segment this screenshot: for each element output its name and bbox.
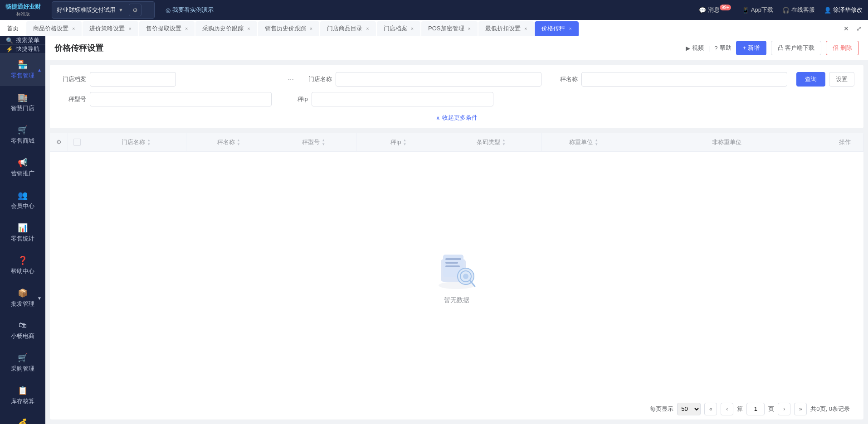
- tab-close-icon[interactable]: ×: [310, 26, 312, 31]
- th-scale-ip-label: 秤ip: [390, 138, 401, 146]
- query-button[interactable]: 查询: [796, 72, 825, 87]
- tab-home[interactable]: 首页: [0, 21, 25, 36]
- filter-scale-ip-input[interactable]: [312, 92, 493, 106]
- tab-close-icon[interactable]: ×: [72, 26, 75, 31]
- filter-scale-name-input[interactable]: [581, 72, 787, 87]
- sidebar-item-label: 营销推广: [11, 169, 34, 178]
- tab-close-icon[interactable]: ×: [247, 26, 250, 31]
- collapse-button[interactable]: ∧ 收起更多条件: [436, 114, 478, 122]
- top-bar-left: 畅捷通好业财 标准版 好业财标准版交付试用 ▼ ⚙ ◎ 我要看实例演示: [5, 1, 214, 19]
- demo-link[interactable]: ◎ 我要看实例演示: [166, 6, 214, 14]
- last-page-button[interactable]: »: [794, 403, 807, 415]
- sidebar-item-wholesale[interactable]: 📦 批发管理 ▼: [0, 282, 45, 314]
- sidebar-item-purchase[interactable]: 🛒 采购管理: [0, 347, 45, 379]
- filter-scale-model: 秤型号: [59, 92, 272, 106]
- filter-scale-ip: 秤ip: [281, 92, 493, 106]
- select-all-checkbox[interactable]: [73, 139, 81, 146]
- th-checkbox[interactable]: [68, 133, 86, 151]
- setting-button[interactable]: 设置: [829, 72, 854, 87]
- tab-close-icon[interactable]: ×: [128, 26, 131, 31]
- tab-store-catalog[interactable]: 门店商品目录 ×: [320, 21, 375, 36]
- sidebar-item-inventory[interactable]: 📋 库存核算: [0, 379, 45, 412]
- filter-scale-model-input[interactable]: [90, 92, 272, 106]
- th-scale-name[interactable]: 秤名称 ▲▼: [186, 133, 271, 151]
- th-store-name[interactable]: 门店名称 ▲▼: [86, 133, 186, 151]
- message-button[interactable]: 💬 消息 99+: [699, 6, 733, 14]
- per-page-select[interactable]: 50 10 20 100: [677, 403, 701, 415]
- add-button[interactable]: + 新增: [736, 41, 766, 55]
- download-button[interactable]: 凸 客户端下载: [771, 41, 822, 55]
- sidebar-item-retail-stats[interactable]: 📊 零售统计: [0, 217, 45, 249]
- service-label: 在线客服: [791, 6, 815, 14]
- user-menu-button[interactable]: 👤 徐泽华修改: [824, 6, 863, 14]
- delete-button[interactable]: 侣 删除: [826, 41, 859, 55]
- th-weight-unit[interactable]: 称重单位 ▲▼: [541, 133, 626, 151]
- page-title: 价格传秤设置: [54, 43, 103, 53]
- sidebar-item-finance[interactable]: 💰 资金管理: [0, 412, 45, 424]
- pagination: 每页显示 50 10 20 100 « ‹ 算 页 ›: [54, 398, 859, 419]
- tab-close-icon[interactable]: ×: [185, 26, 188, 31]
- tab-close-button[interactable]: ✕: [841, 23, 852, 34]
- tab-purchase-history[interactable]: 采购历史价跟踪 ×: [195, 21, 257, 36]
- tab-sale-price[interactable]: 售价提取设置 ×: [139, 21, 195, 36]
- sidebar-item-marketing[interactable]: 📢 营销推广: [0, 151, 45, 184]
- app-download-button[interactable]: 📱 App下载: [742, 6, 773, 14]
- tab-sales-history[interactable]: 销售历史价跟踪 ×: [258, 21, 319, 36]
- filter-area: 门店档案 ··· 门店名称 秤名称 查询: [50, 65, 863, 128]
- th-scale-model[interactable]: 秤型号 ▲▼: [271, 133, 356, 151]
- table-body: 暂无数据: [50, 152, 863, 398]
- tab-maximize-button[interactable]: ⤢: [853, 23, 864, 34]
- table-area: ⚙ 门店名称 ▲▼ 秤名称 ▲▼ 秤型号 ▲▼ 秤ip: [50, 133, 863, 419]
- first-page-button[interactable]: «: [704, 403, 717, 415]
- online-service-button[interactable]: 🎧 在线客服: [782, 6, 815, 14]
- prev-page-button[interactable]: ‹: [721, 403, 733, 415]
- pagination-summary: 共0页, 0条记录: [810, 405, 850, 413]
- sidebar-item-help-center[interactable]: ❓ 帮助中心: [0, 249, 45, 282]
- filter-scale-name-label: 秤名称: [551, 75, 578, 83]
- tab-product-price[interactable]: 商品价格设置 ×: [26, 21, 82, 36]
- tab-store-file[interactable]: 门店档案 ×: [377, 21, 420, 36]
- marketing-icon: 📢: [18, 158, 28, 168]
- th-barcode-type[interactable]: 条码类型 ▲▼: [441, 133, 541, 151]
- sidebar-item-smart-store[interactable]: 🏬 智慧门店: [0, 86, 45, 119]
- tab-label: 采购历史价跟踪: [202, 24, 244, 33]
- sidebar-item-ecommerce[interactable]: 🛍 小畅电商: [0, 314, 45, 347]
- sidebar-search[interactable]: 🔍 搜索菜单: [0, 36, 45, 45]
- th-scale-name-label: 秤名称: [217, 138, 235, 146]
- empty-illustration: [429, 246, 484, 291]
- tab-close-icon[interactable]: ×: [569, 26, 571, 31]
- tab-price-scale[interactable]: 价格传秤 ×: [535, 21, 578, 36]
- prev-page-icon: ‹: [726, 406, 728, 412]
- sort-arrows-icon: ▲▼: [595, 138, 598, 146]
- tab-purchase-strategy[interactable]: 进价策略设置 ×: [83, 21, 138, 36]
- tab-close-icon[interactable]: ×: [411, 26, 414, 31]
- tab-pos-encrypt[interactable]: POS加密管理 ×: [421, 21, 478, 36]
- th-scale-ip[interactable]: 秤ip ▲▼: [356, 133, 441, 151]
- add-button-label: + 新增: [743, 44, 760, 52]
- filter-row-2: 秤型号 秤ip: [59, 92, 854, 106]
- tab-close-icon[interactable]: ×: [524, 26, 527, 31]
- ellipsis-button[interactable]: ···: [288, 75, 294, 83]
- sidebar-item-retail-mall[interactable]: 🛒 零售商城: [0, 119, 45, 151]
- tab-close-icon[interactable]: ×: [468, 26, 471, 31]
- settings-gear-button[interactable]: ⚙: [129, 4, 141, 16]
- content-area: 价格传秤设置 ▶ 视频 | ? 帮助 + 新增 凸 客户端下载 侣: [45, 36, 868, 424]
- video-help-link[interactable]: ▶ 视频: [686, 44, 704, 52]
- page-unit: 页: [768, 405, 774, 413]
- next-page-button[interactable]: ›: [778, 403, 790, 415]
- help-link[interactable]: ? 帮助: [714, 44, 731, 52]
- sidebar-item-member-center[interactable]: 👥 会员中心: [0, 184, 45, 217]
- filter-store-file-input[interactable]: [90, 72, 176, 87]
- tab-close-icon[interactable]: ×: [366, 26, 369, 31]
- filter-row-1: 门店档案 ··· 门店名称 秤名称 查询: [59, 72, 854, 87]
- th-action: 操作: [827, 133, 863, 151]
- filter-store-name-input[interactable]: [336, 72, 541, 87]
- th-settings[interactable]: ⚙: [50, 133, 68, 151]
- sidebar-quick-nav[interactable]: ⚡ 快捷导航: [0, 45, 45, 53]
- page-number-input[interactable]: [746, 403, 765, 415]
- tab-min-discount[interactable]: 最低折扣设置 ×: [478, 21, 534, 36]
- chevron-up-icon: ▲: [37, 67, 42, 72]
- sidebar-item-label: 库存核算: [11, 397, 34, 405]
- version-selector[interactable]: 好业财标准版交付试用 ▼ ⚙: [52, 1, 155, 19]
- sidebar-item-retail-management[interactable]: 🏪 零售管理 ▲: [0, 53, 45, 86]
